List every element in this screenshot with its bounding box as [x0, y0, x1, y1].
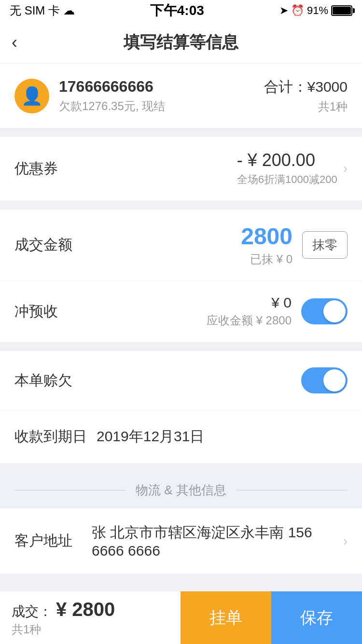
user-details: 17666666666 欠款1276.35元, 现结 — [59, 78, 165, 114]
coupon-amount: - ¥ 200.00 — [237, 150, 337, 170]
prepaid-toggle[interactable] — [301, 298, 348, 324]
battery-percent: 91% — [307, 4, 328, 17]
transaction-amount-block: 2800 已抹 ¥ 0 — [241, 223, 292, 267]
transaction-amount: 2800 — [241, 223, 292, 250]
save-button[interactable]: 保存 — [271, 591, 362, 644]
prepaid-label: 冲预收 — [14, 302, 58, 322]
prepaid-sub: 应收金额 ¥ 2800 — [207, 313, 292, 328]
date-value: 2019年12月31日 — [97, 427, 204, 447]
date-label: 收款到期日 — [14, 427, 87, 447]
footer-deal-line: 成交： ¥ 2800 — [12, 599, 169, 621]
user-info-card: 👤 17666666666 欠款1276.35元, 现结 合计：¥3000 共1… — [0, 64, 362, 128]
back-button[interactable]: ‹ — [12, 32, 17, 53]
page-title: 填写结算等信息 — [124, 31, 238, 54]
coupon-row[interactable]: 优惠券 - ¥ 200.00 全场6折满1000减200 › — [0, 137, 362, 201]
coupon-right: - ¥ 200.00 全场6折满1000减200 › — [237, 150, 348, 187]
location-icon: ➤ — [279, 4, 288, 17]
coupon-card[interactable]: 优惠券 - ¥ 200.00 全场6折满1000减200 › — [0, 137, 362, 201]
transaction-row: 成交金额 2800 已抹 ¥ 0 抹零 — [0, 210, 362, 281]
logistics-line-right — [236, 490, 348, 490]
divider-2 — [0, 342, 362, 351]
address-label: 客户地址 — [14, 531, 72, 551]
user-right: 合计：¥3000 共1种 — [264, 77, 348, 114]
prepaid-row: 冲预收 ¥ 0 应收金额 ¥ 2800 — [0, 281, 362, 342]
main-content: 👤 17666666666 欠款1276.35元, 现结 合计：¥3000 共1… — [0, 64, 362, 644]
coupon-sub: 全场6折满1000减200 — [237, 172, 337, 187]
prepaid-right: ¥ 0 应收金额 ¥ 2800 — [207, 294, 348, 328]
footer: 成交： ¥ 2800 共1种 挂单 保存 — [0, 591, 362, 644]
avatar-icon: 👤 — [21, 86, 43, 106]
status-right: ➤ ⏰ 91% — [279, 4, 352, 17]
address-row[interactable]: 客户地址 张 北京市市辖区海淀区永丰南 156 6666 6666 › — [0, 508, 362, 574]
total-amount: 合计：¥3000 — [264, 77, 348, 97]
transaction-label: 成交金额 — [14, 235, 72, 255]
footer-info: 成交： ¥ 2800 共1种 — [0, 599, 181, 637]
logistics-title: 物流 & 其他信息 — [136, 482, 226, 499]
nav-bar: ‹ 填写结算等信息 — [0, 21, 362, 64]
prepaid-amount: ¥ 0 — [207, 294, 292, 311]
status-left: 无 SIM 卡 ☁ — [10, 3, 75, 18]
date-row: 收款到期日 2019年12月31日 — [0, 410, 362, 463]
status-time: 下午4:03 — [150, 1, 204, 20]
alarm-icon: ⏰ — [291, 4, 304, 17]
transaction-section: 成交金额 2800 已抹 ¥ 0 抹零 冲预收 ¥ 0 应收金额 ¥ 2800 — [0, 210, 362, 342]
total-count: 共1种 — [264, 99, 348, 114]
hang-button[interactable]: 挂单 — [181, 591, 271, 644]
debt-toggle[interactable] — [301, 367, 348, 393]
status-bar: 无 SIM 卡 ☁ 下午4:03 ➤ ⏰ 91% — [0, 0, 362, 21]
round-button[interactable]: 抹零 — [302, 231, 348, 259]
user-left: 👤 17666666666 欠款1276.35元, 现结 — [14, 78, 165, 114]
logistics-header: 物流 & 其他信息 — [0, 472, 362, 508]
address-value: 张 北京市市辖区海淀区永丰南 156 6666 6666 — [92, 523, 334, 559]
divider-3 — [0, 463, 362, 472]
transaction-sub: 已抹 ¥ 0 — [241, 252, 292, 267]
coupon-label: 优惠券 — [14, 159, 58, 179]
logistics-line-left — [14, 490, 126, 490]
battery-fill — [333, 7, 351, 14]
sim-status: 无 SIM 卡 ☁ — [10, 3, 75, 18]
prepaid-amount-block: ¥ 0 应收金额 ¥ 2800 — [207, 294, 292, 328]
user-subtitle: 欠款1276.35元, 现结 — [59, 98, 165, 114]
divider-1 — [0, 201, 362, 210]
user-phone: 17666666666 — [59, 78, 165, 96]
avatar: 👤 — [14, 79, 49, 113]
debt-label: 本单赊欠 — [14, 371, 72, 391]
coupon-chevron-icon: › — [343, 161, 348, 176]
footer-deal-label: 成交： — [12, 602, 52, 621]
footer-count: 共1种 — [12, 622, 169, 637]
debt-row: 本单赊欠 — [0, 351, 362, 410]
footer-amount: ¥ 2800 — [56, 599, 115, 620]
battery-icon — [331, 5, 352, 16]
address-chevron-icon: › — [343, 533, 348, 549]
transaction-right: 2800 已抹 ¥ 0 抹零 — [241, 223, 348, 267]
